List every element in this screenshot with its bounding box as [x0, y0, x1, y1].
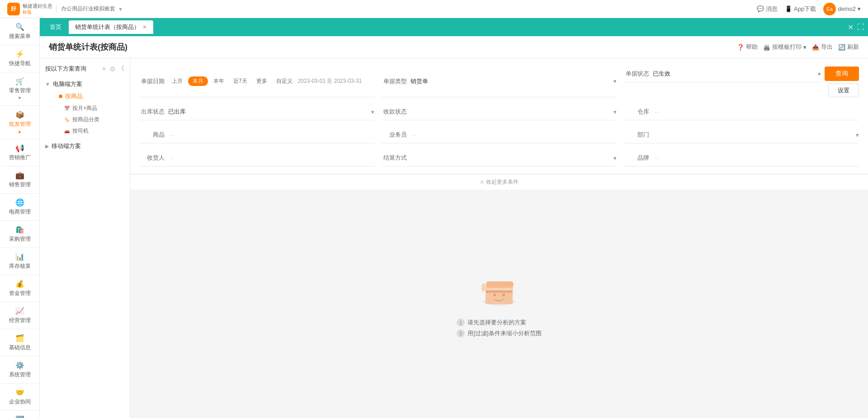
fullscreen-icon[interactable]: ⛶: [857, 23, 864, 31]
status-value[interactable]: 已生效 ▾: [653, 68, 821, 79]
home-tab-label: 首页: [50, 23, 61, 31]
tab-sales-stat[interactable]: 销货单统计表（按商品） ✕: [69, 20, 153, 34]
plan-group-mobile-title[interactable]: ▶ 移动端方案: [45, 140, 124, 152]
out-status-value[interactable]: 已出库 ▾: [168, 106, 374, 117]
sidebar-item-wholesale[interactable]: 📦 批发管理 ▲: [0, 106, 39, 139]
sidebar-item-marketing[interactable]: 📢 营销推广: [0, 139, 39, 166]
date-range-display: 2023-03-01 至 2023-03-31: [298, 77, 362, 85]
app-download-button[interactable]: 📱 App下载: [785, 5, 816, 13]
plan-group-pc-title[interactable]: ▼ 电脑端方案: [45, 78, 124, 90]
sidebar-item-purchase[interactable]: 🛍️ 采购管理: [0, 221, 39, 248]
date-btn-this-year[interactable]: 本年: [210, 76, 228, 86]
mobile-group-expand-icon: ▶: [45, 143, 49, 149]
filter-out-status: 出库状态 已出库 ▾: [139, 104, 374, 120]
add-plan-icon[interactable]: ＋: [101, 65, 107, 73]
warehouse-dots-icon: ···: [655, 109, 660, 115]
close-window-icon[interactable]: ✕: [848, 23, 854, 32]
page-header: 销货单统计表(按商品) ❓ 帮助 🖨️ 按模板打印 ▾ 📤 导出: [40, 36, 868, 58]
sidebar-item-search-menu[interactable]: 🔍 搜索菜单: [0, 18, 39, 45]
dept-label: 部门: [624, 131, 649, 139]
type-value[interactable]: 销货单 ▾: [410, 76, 617, 87]
sidebar-item-guide[interactable]: 🆕 新手引导: [0, 411, 39, 418]
sidebar-item-basic-info[interactable]: 🗂️ 基础信息: [0, 329, 39, 356]
collapse-panel-icon[interactable]: 《: [118, 65, 124, 73]
date-btn-7days[interactable]: 近7天: [230, 76, 251, 86]
left-panel: 按以下方案查询 ＋ ⊙ 《 ▼ 电脑端方案: [40, 58, 130, 418]
operations-icon: 📈: [2, 307, 38, 315]
user-area[interactable]: Ea demo2 ▾: [823, 3, 861, 15]
panel-header-title: 按以下方案查询: [45, 65, 86, 73]
sidebar-item-enterprise[interactable]: 🤝 企业协同: [0, 384, 39, 411]
top-bar: 好 畅捷通好生意 标版 办公用品行业模拟账套 ▾ 💬 消息 📱 App下载 Ea…: [0, 0, 868, 18]
filter-settle: 结算方式 ▾: [382, 150, 617, 166]
message-button[interactable]: 💬 消息: [757, 5, 778, 13]
sub-icon-month: 📅: [64, 106, 70, 111]
filter-type: 单据类型 销货单 ▾: [382, 66, 617, 97]
brand-value[interactable]: ···: [653, 152, 859, 163]
plan-group-mobile: ▶ 移动端方案: [40, 138, 130, 154]
pay-status-value[interactable]: ▾: [410, 106, 617, 117]
guide-icon: 🆕: [2, 415, 38, 418]
sidebar-item-system[interactable]: ⚙️ 系统管理: [0, 356, 39, 384]
status-dropdown-icon: ▾: [818, 71, 821, 77]
print-button[interactable]: 🖨️ 按模板打印 ▾: [763, 43, 807, 51]
date-btn-more[interactable]: 更多: [253, 76, 271, 86]
filter-pay-status: 收款状态 ▾: [382, 104, 617, 120]
sales-icon: 💼: [2, 171, 38, 180]
sidebar-item-sales[interactable]: 💼 销售管理: [0, 166, 39, 194]
purchase-icon: 🛍️: [2, 225, 38, 234]
sidebar-item-finance[interactable]: 💰 资金管理: [0, 275, 39, 302]
settle-label: 结算方式: [382, 154, 407, 162]
sub-item-driver[interactable]: 🚗 按司机: [45, 125, 124, 137]
dropdown-icon[interactable]: ▾: [119, 5, 122, 13]
staff-dots-icon: ···: [412, 132, 417, 138]
sidebar-item-inventory[interactable]: 📊 库存核算: [0, 248, 39, 275]
svg-text:✦: ✦: [510, 281, 515, 287]
warehouse-label: 仓库: [624, 108, 649, 116]
export-button[interactable]: 📤 导出: [812, 43, 833, 51]
tab-controls: ✕ ⛶: [848, 23, 864, 32]
setting-button[interactable]: 设置: [828, 84, 859, 97]
tab-home[interactable]: 首页: [43, 20, 68, 34]
plan-item-by-goods[interactable]: 按商品: [45, 90, 124, 103]
refresh-button[interactable]: 🔄 刷新: [838, 43, 859, 51]
help-button[interactable]: ❓ 帮助: [737, 43, 758, 51]
tab-close-icon[interactable]: ✕: [142, 24, 147, 30]
out-status-label: 出库状态: [139, 108, 165, 116]
filter-status-area: 单据状态 已生效 ▾ 查询 设置: [624, 66, 859, 97]
sidebar-item-retail[interactable]: 🛒 零售管理 ▼: [0, 72, 39, 106]
empty-tips: 1 请先选择要分析的方案 2 用[过滤]条件来缩小分析范围: [457, 318, 541, 340]
settle-value[interactable]: ▾: [410, 152, 617, 163]
warehouse-value[interactable]: ···: [653, 106, 859, 117]
query-button[interactable]: 查询: [825, 66, 859, 81]
sub-item-goods-category[interactable]: 🏷️ 按商品分类: [45, 114, 124, 125]
app-subtitle: 办公用品行业模拟账套: [56, 5, 115, 13]
date-btn-custom[interactable]: 自定义: [273, 76, 296, 86]
receiver-value[interactable]: ···: [168, 152, 374, 163]
query-btn-area: 查询 设置: [825, 66, 859, 97]
date-btn-last-month[interactable]: 上月: [168, 76, 186, 86]
filter-row-2: 出库状态 已出库 ▾ 收款状态 ▾: [139, 104, 859, 120]
workspace: 按以下方案查询 ＋ ⊙ 《 ▼ 电脑端方案: [40, 58, 868, 418]
sub-icon-driver: 🚗: [64, 128, 70, 133]
svg-rect-4: [486, 281, 513, 288]
sub-item-month-goods[interactable]: 📅 按月+商品: [45, 103, 124, 114]
goods-value[interactable]: ···: [168, 129, 374, 140]
date-btn-this-month[interactable]: 本月: [188, 76, 208, 86]
sidebar-item-operations[interactable]: 📈 经营管理: [0, 302, 39, 329]
svg-text:✦: ✦: [481, 289, 485, 294]
panel-icons: ＋ ⊙ 《: [101, 65, 124, 73]
quick-nav-icon: ⚡: [2, 50, 38, 58]
filter-goods: 商品 ···: [139, 127, 374, 143]
staff-value[interactable]: ···: [410, 129, 617, 140]
content-area: 首页 销货单统计表（按商品） ✕ ✕ ⛶ 销货单统计表(按商品) ❓ 帮助: [40, 18, 868, 418]
collapse-bar[interactable]: ∧ 收起更多条件: [130, 174, 868, 190]
date-options: 上月 本月 本年 近7天 更多 自定义 2023-03-01 至 2023-03…: [168, 76, 374, 87]
dept-value[interactable]: ▾: [653, 129, 859, 140]
active-dot-icon: [59, 95, 62, 98]
settings-plan-icon[interactable]: ⊙: [110, 65, 115, 72]
sidebar-item-ecommerce[interactable]: 🌐 电商管理: [0, 194, 39, 221]
filter-area: 单据日期 上月 本月 本年 近7天 更多 自定义 2023-03-01 至 20…: [130, 58, 868, 174]
filter-row-1: 单据日期 上月 本月 本年 近7天 更多 自定义 2023-03-01 至 20…: [139, 66, 859, 97]
sidebar-item-quick-nav[interactable]: ⚡ 快捷导航: [0, 45, 39, 72]
